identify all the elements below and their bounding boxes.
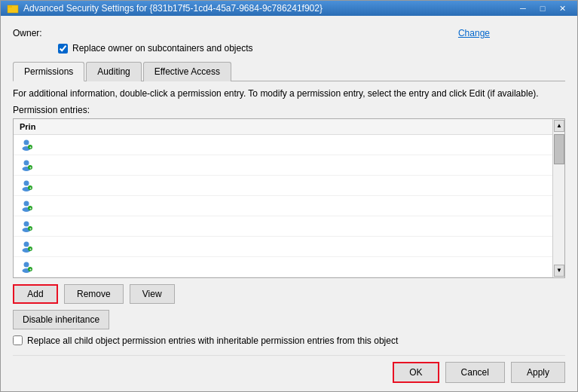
ok-button[interactable]: OK	[393, 362, 439, 383]
svg-point-15	[24, 201, 29, 206]
svg-point-27	[24, 262, 29, 267]
main-window: Advanced Security Settings for {831b17f5…	[0, 0, 578, 392]
table-row: +	[14, 155, 552, 176]
title-bar-controls: ─ □ ✕	[514, 1, 571, 16]
window-icon	[7, 2, 19, 14]
replace-all-row: Replace all child object permission entr…	[13, 335, 565, 346]
permission-list[interactable]: Prin + +	[14, 119, 552, 277]
replace-all-label: Replace all child object permission entr…	[27, 335, 398, 346]
table-row: +	[14, 257, 552, 277]
tab-permissions[interactable]: Permissions	[13, 62, 84, 81]
user-icon: +	[20, 219, 33, 233]
info-text: For additional information, double-click…	[13, 87, 565, 100]
table-row: +	[14, 176, 552, 196]
user-icon: +	[20, 158, 33, 172]
scroll-up-button[interactable]: ▲	[554, 120, 564, 132]
scroll-down-button[interactable]: ▼	[554, 265, 564, 277]
remove-button[interactable]: Remove	[64, 284, 124, 304]
title-bar: Advanced Security Settings for {831b17f5…	[1, 1, 577, 16]
scroll-track	[553, 133, 564, 264]
replace-owner-label: Replace owner on subcontainers and objec…	[72, 43, 252, 54]
table-row: +	[14, 237, 552, 257]
view-button[interactable]: View	[130, 284, 175, 304]
owner-row: Owner: Change	[13, 28, 565, 38]
apply-button[interactable]: Apply	[511, 362, 565, 383]
svg-point-3	[24, 139, 29, 145]
permission-list-container: Prin + +	[13, 118, 565, 278]
minimize-button[interactable]: ─	[514, 1, 532, 16]
owner-label: Owner:	[13, 28, 58, 38]
replace-all-checkbox[interactable]	[13, 335, 23, 345]
disable-inheritance-button[interactable]: Disable inheritance	[13, 310, 109, 329]
user-icon: +	[20, 199, 33, 213]
user-icon: +	[20, 179, 33, 192]
tab-effective-access[interactable]: Effective Access	[143, 62, 231, 81]
table-row: +	[14, 216, 552, 237]
window-title: Advanced Security Settings for {831b17f5…	[23, 3, 514, 14]
table-row: +	[14, 135, 552, 155]
tab-auditing[interactable]: Auditing	[86, 62, 141, 81]
replace-owner-checkbox[interactable]	[58, 44, 68, 54]
user-icon: +	[20, 260, 33, 274]
disable-inheritance-row: Disable inheritance	[13, 310, 565, 335]
user-icon: +	[20, 138, 33, 152]
perm-list-header: Prin	[14, 119, 552, 135]
svg-text:+: +	[29, 145, 32, 149]
close-button[interactable]: ✕	[553, 1, 571, 16]
maximize-button[interactable]: □	[534, 1, 552, 16]
scroll-thumb[interactable]	[554, 134, 564, 164]
add-button[interactable]: Add	[13, 284, 58, 304]
svg-point-19	[24, 221, 29, 226]
svg-text:+: +	[29, 267, 32, 271]
svg-text:+: +	[29, 185, 32, 190]
change-owner-link[interactable]: Change	[458, 28, 490, 38]
replace-owner-row: Replace owner on subcontainers and objec…	[13, 43, 565, 54]
table-row: +	[14, 196, 552, 216]
user-icon: +	[20, 240, 33, 253]
window-content: Owner: Change Replace owner on subcontai…	[1, 16, 577, 392]
perm-entries-label: Permission entries:	[13, 105, 565, 115]
bottom-buttons: OK Cancel Apply	[13, 355, 565, 386]
svg-text:+: +	[29, 206, 32, 210]
svg-point-11	[24, 180, 29, 185]
svg-text:+: +	[29, 247, 32, 251]
svg-marker-2	[8, 5, 12, 8]
svg-text:+: +	[29, 165, 32, 170]
action-buttons: Add Remove View	[13, 284, 565, 304]
svg-text:+: +	[29, 226, 32, 231]
tabs-bar: Permissions Auditing Effective Access	[13, 61, 565, 81]
svg-point-7	[24, 160, 29, 165]
cancel-button[interactable]: Cancel	[445, 362, 505, 383]
scrollbar[interactable]: ▲ ▼	[552, 119, 564, 277]
svg-point-23	[24, 241, 29, 247]
